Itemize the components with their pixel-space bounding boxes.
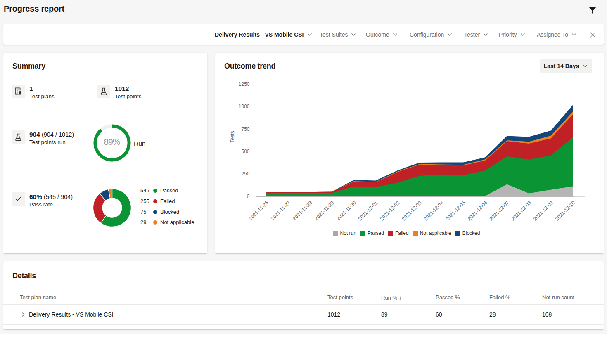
svg-text:2021-11-27: 2021-11-27 <box>270 200 292 222</box>
svg-text:2021-12-06: 2021-12-06 <box>467 200 489 222</box>
svg-text:1250: 1250 <box>239 81 250 87</box>
svg-text:Tests: Tests <box>230 131 235 142</box>
svg-text:2021-12-04: 2021-12-04 <box>423 200 445 222</box>
svg-text:500: 500 <box>241 149 249 154</box>
svg-text:250: 250 <box>241 171 249 177</box>
svg-text:750: 750 <box>241 126 249 132</box>
svg-text:2021-12-07: 2021-12-07 <box>488 200 511 222</box>
svg-text:0: 0 <box>247 194 250 199</box>
svg-text:2021-12-08: 2021-12-08 <box>510 200 533 222</box>
svg-text:2021-12-10: 2021-12-10 <box>554 200 576 222</box>
svg-text:2021-12-02: 2021-12-02 <box>379 200 401 222</box>
svg-text:2021-11-26: 2021-11-26 <box>248 200 270 222</box>
svg-text:2021-11-30: 2021-11-30 <box>335 200 357 222</box>
svg-text:2021-12-01: 2021-12-01 <box>357 200 379 222</box>
svg-text:1000: 1000 <box>239 104 250 109</box>
svg-text:2021-12-09: 2021-12-09 <box>532 200 555 222</box>
svg-text:2021-11-28: 2021-11-28 <box>292 200 313 222</box>
svg-text:2021-11-29: 2021-11-29 <box>313 200 335 222</box>
svg-text:2021-12-03: 2021-12-03 <box>401 200 423 222</box>
svg-text:2021-12-05: 2021-12-05 <box>445 200 467 222</box>
